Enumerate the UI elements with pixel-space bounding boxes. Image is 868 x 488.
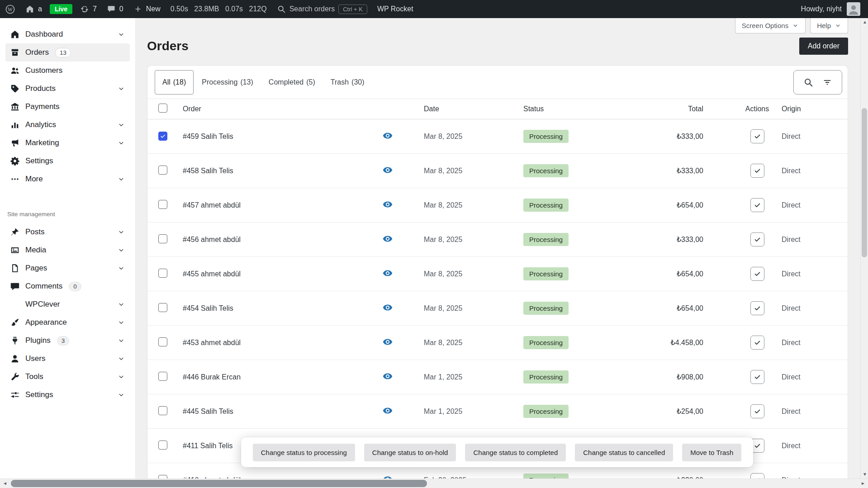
row-checkbox[interactable]	[158, 200, 167, 209]
select-all-checkbox[interactable]	[158, 104, 167, 113]
row-checkbox[interactable]	[158, 132, 167, 141]
live-badge[interactable]: Live	[50, 4, 72, 14]
bulk-action-button[interactable]: Change status to completed	[465, 444, 566, 461]
howdy-menu[interactable]: Howdy, niyht	[796, 0, 847, 18]
bulk-action-button[interactable]: Change status to processing	[253, 444, 355, 461]
mark-complete-button[interactable]	[750, 267, 764, 281]
sidebar-item[interactable]: More	[5, 170, 130, 188]
orders-filter-tab[interactable]: All (18)	[155, 70, 194, 95]
order-link[interactable]: #454 Salih Telis	[183, 304, 233, 312]
row-checkbox[interactable]	[158, 475, 167, 479]
order-link[interactable]: #411 Salih Telis	[183, 442, 233, 450]
new-menu[interactable]: New	[128, 0, 166, 18]
sidebar-item[interactable]: Settings	[5, 152, 130, 170]
horizontal-scrollbar-thumb[interactable]	[11, 480, 427, 487]
row-checkbox[interactable]	[158, 337, 167, 346]
mark-complete-button[interactable]	[750, 129, 764, 143]
vertical-scrollbar-thumb[interactable]	[862, 108, 867, 257]
bulk-action-button[interactable]: Move to Trash	[682, 444, 741, 461]
order-preview-eye-icon[interactable]	[382, 474, 393, 479]
sidebar-item[interactable]: Payments	[5, 98, 130, 116]
order-preview-eye-icon[interactable]	[382, 336, 393, 347]
order-preview-eye-icon[interactable]	[382, 199, 393, 210]
sidebar-item[interactable]: Comments 0	[5, 277, 130, 295]
order-preview-eye-icon[interactable]	[382, 268, 393, 279]
order-preview-eye-icon[interactable]	[382, 405, 393, 416]
scroll-up-arrow-icon[interactable]: ▲	[863, 20, 867, 24]
row-checkbox[interactable]	[158, 303, 167, 312]
wordpress-logo-icon[interactable]: W	[0, 0, 20, 18]
performance-stats[interactable]: 0.50s 23.8MB 0.07s 212Q	[166, 0, 272, 18]
mark-complete-button[interactable]	[750, 164, 764, 178]
horizontal-scrollbar[interactable]: ◄ ►	[0, 479, 868, 488]
sidebar-item[interactable]: Products	[5, 80, 130, 98]
order-link[interactable]: #455 ahmet abdül	[183, 270, 241, 278]
help-button[interactable]: Help	[810, 18, 848, 33]
mark-complete-button[interactable]	[750, 301, 764, 315]
sidebar-item[interactable]: Marketing	[5, 134, 130, 152]
wp-rocket-menu[interactable]: WP Rocket	[372, 0, 418, 18]
bulk-action-button[interactable]: Change status to cancelled	[575, 444, 673, 461]
order-link[interactable]: #458 Salih Telis	[183, 167, 233, 175]
avatar[interactable]	[847, 2, 860, 16]
sidebar-item[interactable]: Orders 13	[5, 43, 130, 62]
row-checkbox[interactable]	[158, 372, 167, 381]
updates-menu[interactable]: 7	[75, 0, 102, 18]
sidebar-item[interactable]: Dashboard	[5, 25, 130, 43]
sidebar-item[interactable]: Customers	[5, 62, 130, 80]
sidebar-item[interactable]: WPClever	[5, 295, 130, 313]
order-link[interactable]: #453 ahmet abdül	[183, 339, 241, 346]
row-checkbox[interactable]	[158, 166, 167, 175]
mark-complete-button[interactable]	[750, 232, 764, 246]
order-link[interactable]: #457 ahmet abdül	[183, 201, 241, 209]
scroll-down-arrow-icon[interactable]: ▼	[863, 472, 867, 477]
mark-complete-button[interactable]	[750, 198, 764, 212]
bulk-actions-bar: Change status to processing Change statu…	[241, 437, 753, 467]
order-link[interactable]: #456 ahmet abdül	[183, 236, 241, 243]
sidebar-item[interactable]: Tools	[5, 368, 130, 386]
search-orders-icon[interactable]	[803, 77, 813, 87]
orders-filter-tab[interactable]: Completed (5)	[269, 78, 315, 86]
row-checkbox[interactable]	[158, 441, 167, 450]
order-link[interactable]: #459 Salih Telis	[183, 133, 233, 140]
sidebar-item[interactable]: Plugins 3	[5, 332, 130, 350]
sidebar-item[interactable]: Pages	[5, 259, 130, 277]
order-preview-eye-icon[interactable]	[382, 130, 393, 141]
mark-complete-button[interactable]	[750, 370, 764, 384]
order-preview-eye-icon[interactable]	[382, 302, 393, 313]
order-preview-eye-icon[interactable]	[382, 233, 393, 244]
bulk-action-button[interactable]: Change status to on-hold	[364, 444, 456, 461]
row-checkbox[interactable]	[158, 269, 167, 278]
filter-icon[interactable]	[822, 77, 832, 87]
site-menu[interactable]: a	[20, 0, 47, 18]
order-origin: Direct	[782, 236, 837, 244]
sidebar-item[interactable]: Posts	[5, 223, 130, 241]
orders-table-body: #459 Salih Telis Mar 8, 2025 Processing …	[147, 119, 848, 479]
chevron-down-icon	[117, 336, 125, 345]
sidebar-item[interactable]: Analytics	[5, 116, 130, 134]
mark-complete-button[interactable]	[750, 336, 764, 350]
mark-complete-button[interactable]	[750, 473, 764, 479]
order-link[interactable]: #446 Burak Ercan	[183, 373, 241, 381]
scroll-right-arrow-icon[interactable]: ►	[861, 481, 865, 486]
comments-menu[interactable]: 0	[102, 0, 128, 18]
screen-options-button[interactable]: Screen Options	[735, 18, 806, 33]
sidebar-item[interactable]: Users	[5, 350, 130, 368]
order-preview-eye-icon[interactable]	[382, 371, 393, 382]
order-link[interactable]: #445 Salih Telis	[183, 407, 233, 415]
vertical-scrollbar[interactable]: ▲ ▼	[860, 18, 868, 479]
sidebar-item[interactable]: Media	[5, 241, 130, 259]
row-checkbox[interactable]	[158, 234, 167, 243]
scroll-left-arrow-icon[interactable]: ◄	[3, 481, 7, 486]
sidebar-item[interactable]: Settings	[5, 386, 130, 404]
add-order-button[interactable]: Add order	[799, 38, 848, 55]
orders-filter-tab[interactable]: Trash (30)	[331, 78, 365, 86]
chevron-down-icon	[117, 391, 125, 399]
mark-complete-button[interactable]	[750, 404, 764, 418]
admin-search[interactable]: Search orders Ctrl + K	[272, 0, 372, 18]
orders-filter-tab[interactable]: Processing (13)	[202, 78, 253, 86]
order-preview-eye-icon[interactable]	[382, 165, 393, 175]
order-date: Mar 8, 2025	[424, 201, 523, 209]
row-checkbox[interactable]	[158, 406, 167, 415]
sidebar-item[interactable]: Appearance	[5, 313, 130, 332]
